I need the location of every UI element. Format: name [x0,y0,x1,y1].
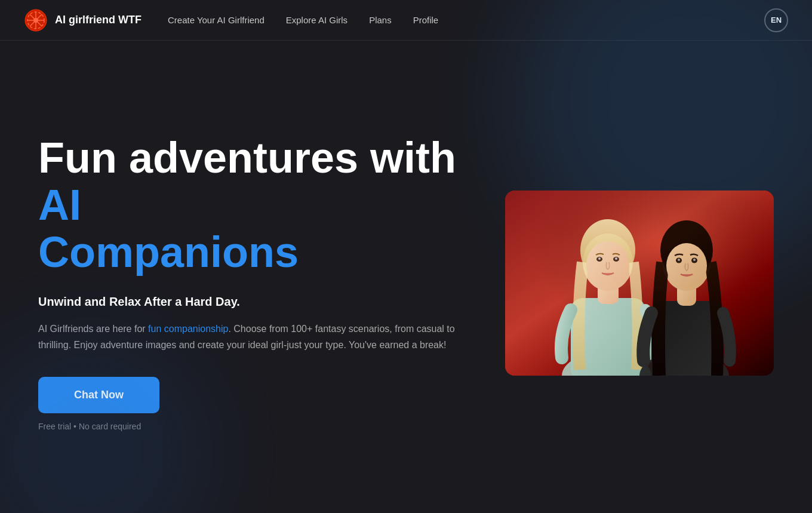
hero-section: Fun adventures with AI Companions Unwind… [0,41,812,513]
hero-desc-part1: AI Girlfriends are here for [38,324,148,334]
cta-note: Free trial • No card required [38,422,481,431]
hero-image [505,191,774,376]
hero-subtitle: Unwind and Relax After a Hard Day. [38,295,481,309]
navbar: AI girlfriend WTF Create Your AI Girlfri… [0,0,812,41]
nav-plans[interactable]: Plans [369,15,392,25]
language-button[interactable]: EN [764,8,788,32]
hero-title-highlight: AI [38,181,81,229]
hero-image-svg [505,191,774,376]
nav-links: Create Your AI Girlfriend Explore AI Gir… [168,15,438,25]
nav-explore[interactable]: Explore AI Girls [286,15,347,25]
nav-profile[interactable]: Profile [413,15,439,25]
hero-title: Fun adventures with AI Companions [38,134,481,277]
nav-create[interactable]: Create Your AI Girlfriend [168,15,264,25]
brand-title: AI girlfriend WTF [55,14,142,26]
hero-description: AI Girlfriends are here for fun companio… [38,321,481,353]
hero-content: Fun adventures with AI Companions Unwind… [38,134,505,432]
hero-title-part2: Companions [38,228,299,276]
svg-rect-29 [505,191,774,376]
hero-desc-highlight: fun companionship [148,324,228,334]
chat-now-button[interactable]: Chat Now [38,377,159,413]
hero-title-part1: Fun adventures with [38,134,456,182]
brand-logo-icon [24,8,48,32]
brand-link[interactable]: AI girlfriend WTF [24,8,142,32]
